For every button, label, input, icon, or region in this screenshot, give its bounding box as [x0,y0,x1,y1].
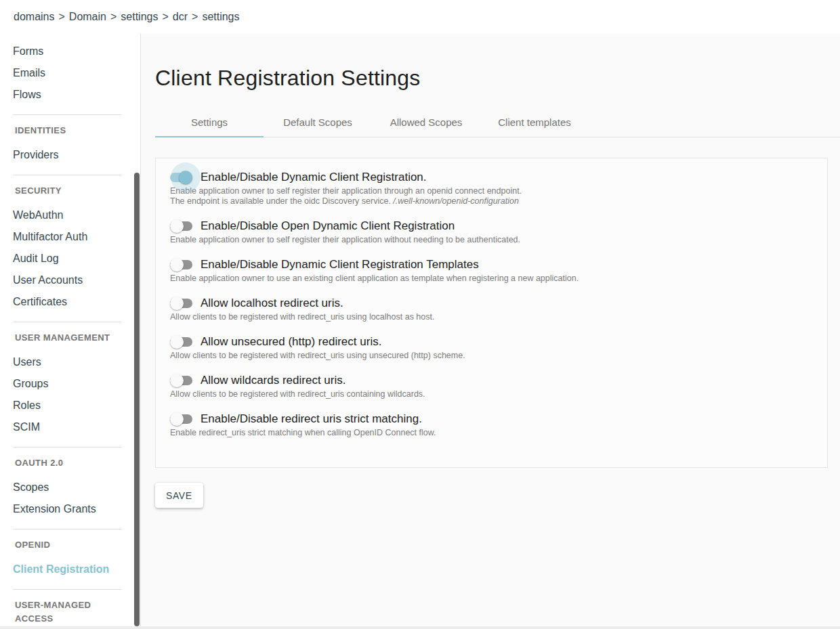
sidebar-item-audit-log[interactable]: Audit Log [0,248,140,269]
toggle-thumb [170,258,184,272]
page-title: Client Registration Settings [155,65,828,91]
setting-label: Enable/Disable Open Dynamic Client Regis… [201,219,455,233]
setting-description: Enable application owner to self registe… [170,235,814,245]
sidebar-section-identities: IDENTITIES [0,124,112,137]
toggle-allow-localhost-redirect-uris[interactable] [170,297,192,310]
sidebar-item-client-registration[interactable]: Client Registration [0,559,140,580]
sidebar-item-extension-grants[interactable]: Extension Grants [0,498,140,520]
sidebar-item-multifactor-auth[interactable]: Multifactor Auth [0,226,140,248]
save-button[interactable]: SAVE [155,483,203,508]
setting-head: Allow unsecured (http) redirect uris. [170,335,814,349]
setting-description-text: Enable application owner to self registe… [170,186,522,196]
setting-description: Allow clients to be registered with redi… [170,312,814,322]
sidebar-item-user-accounts[interactable]: User Accounts [0,269,140,291]
setting-description-text: Allow clients to be registered with redi… [170,389,425,399]
toggle-thumb [170,374,184,387]
layout: FormsEmailsFlowsIDENTITIESProvidersSECUR… [0,34,840,629]
setting-row: Enable/Disable Dynamic Client Registrati… [170,171,814,207]
setting-description-text: /.well-known/openid-configuration [393,196,519,206]
setting-head: Enable/Disable Dynamic Client Registrati… [170,258,814,272]
sidebar-section-user-managed-access: USER-MANAGED ACCESS [0,599,112,626]
setting-description: Enable redirect_uris strict matching whe… [170,428,814,438]
sidebar-divider [13,322,121,322]
main-content: Client Registration Settings SettingsDef… [141,34,840,629]
breadcrumb: domains>Domain>settings>dcr>settings [14,11,240,23]
toggle-thumb [179,171,192,184]
setting-label: Allow localhost redirect uris. [201,297,343,310]
setting-head: Enable/Disable redirect uris strict matc… [170,412,814,426]
sidebar-section-oauth-2-0: OAUTH 2.0 [0,456,112,470]
setting-description-text: Allow clients to be registered with redi… [170,351,465,360]
breadcrumb-separator: > [58,11,64,22]
tab-bar: SettingsDefault ScopesAllowed ScopesClie… [155,107,840,137]
sidebar-item-certificates[interactable]: Certificates [0,291,140,313]
toggle-thumb [170,297,184,310]
sidebar-divider [13,589,121,590]
breadcrumb-item-settings[interactable]: settings [121,11,158,22]
sidebar-section-openid: OPENID [0,538,112,552]
tab-default-scopes[interactable]: Default Scopes [264,107,372,137]
setting-description-text: Enable application owner to self registe… [170,235,520,244]
setting-row: Enable/Disable redirect uris strict matc… [170,412,814,438]
setting-label: Enable/Disable redirect uris strict matc… [201,412,422,426]
setting-row: Enable/Disable Dynamic Client Registrati… [170,258,814,284]
setting-row: Allow wildcards redirect uris.Allow clie… [170,374,814,399]
toggle-thumb [170,335,184,349]
setting-description-text: Enable redirect_uris strict matching whe… [170,428,436,437]
breadcrumb-item-dcr[interactable]: dcr [173,11,188,22]
setting-head: Allow wildcards redirect uris. [170,374,814,387]
tab-client-templates[interactable]: Client templates [480,107,589,137]
horizontal-scrollbar[interactable] [0,626,840,629]
tab-allowed-scopes[interactable]: Allowed Scopes [372,107,480,137]
sidebar-item-scim[interactable]: SCIM [0,416,140,438]
sidebar-divider [13,114,121,115]
sidebar-divider [13,529,121,529]
setting-label: Enable/Disable Dynamic Client Registrati… [201,258,479,272]
toggle-allow-wildcards-redirect-uris[interactable] [170,374,192,387]
sidebar-item-scopes[interactable]: Scopes [0,477,140,498]
sidebar-item-flows[interactable]: Flows [0,84,140,106]
sidebar-item-roles[interactable]: Roles [0,395,140,416]
toggle-enable-disable-dynamic-client-registration-templates[interactable] [170,258,192,272]
sidebar-item-webauthn[interactable]: WebAuthn [0,204,140,226]
setting-description-text: Allow clients to be registered with redi… [170,312,434,322]
sidebar-divider [13,175,121,175]
toggle-thumb [170,412,184,426]
toggle-enable-disable-open-dynamic-client-registration[interactable] [170,219,192,233]
breadcrumb-item-settings: settings [202,11,239,22]
sidebar-item-providers[interactable]: Providers [0,144,140,166]
toggle-enable-disable-redirect-uris-strict-matching[interactable] [170,412,192,426]
toggle-enable-disable-dynamic-client-registration[interactable] [170,171,192,184]
breadcrumb-separator: > [162,11,168,22]
setting-label: Allow unsecured (http) redirect uris. [201,335,381,349]
sidebar: FormsEmailsFlowsIDENTITIESProvidersSECUR… [0,34,141,629]
setting-head: Allow localhost redirect uris. [170,297,814,310]
sidebar-scrollbar[interactable] [134,173,140,626]
setting-row: Allow localhost redirect uris.Allow clie… [170,297,814,322]
breadcrumb-separator: > [192,11,198,22]
toggle-thumb [170,219,184,233]
sidebar-nav: FormsEmailsFlowsIDENTITIESProvidersSECUR… [0,41,140,629]
setting-description: Allow clients to be registered with redi… [170,351,814,361]
setting-description-text: Enable application owner to use an exist… [170,274,579,283]
breadcrumb-item-domain: Domain [69,11,106,22]
top-header: domains>Domain>settings>dcr>settings [0,0,840,34]
toggle-allow-unsecured-http-redirect-uris[interactable] [170,335,192,349]
setting-description: Enable application owner to use an exist… [170,274,814,284]
sidebar-item-emails[interactable]: Emails [0,62,140,84]
setting-label: Enable/Disable Dynamic Client Registrati… [201,171,427,184]
setting-description-text: The endpoint is available under the oidc… [170,196,393,206]
sidebar-item-users[interactable]: Users [0,351,140,373]
sidebar-divider [13,447,121,448]
setting-label: Allow wildcards redirect uris. [201,374,345,387]
tab-settings[interactable]: Settings [155,107,264,137]
setting-row: Enable/Disable Open Dynamic Client Regis… [170,219,814,245]
breadcrumb-item-domains[interactable]: domains [14,11,54,22]
sidebar-item-forms[interactable]: Forms [0,41,140,62]
sidebar-section-security: SECURITY [0,184,112,198]
breadcrumb-separator: > [110,11,117,22]
sidebar-section-user-management: USER MANAGEMENT [0,331,112,345]
setting-head: Enable/Disable Open Dynamic Client Regis… [170,219,814,233]
sidebar-item-groups[interactable]: Groups [0,373,140,395]
setting-description: Enable application owner to self registe… [170,186,814,207]
